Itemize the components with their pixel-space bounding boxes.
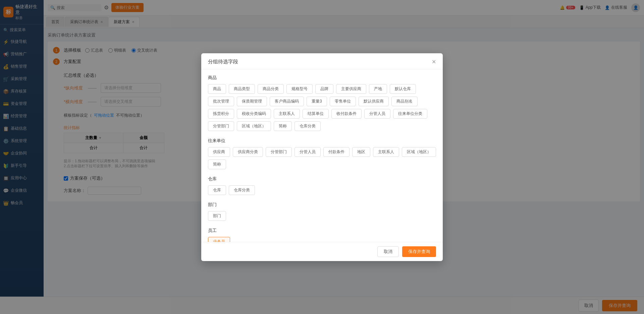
section-partner-title: 往来单位 (208, 138, 436, 144)
tag-dept-person[interactable]: 分管人员 (294, 147, 321, 157)
tag-region2[interactable]: 区域（地区） (402, 147, 436, 157)
section-department-title: 部门 (208, 202, 436, 208)
dialog-cancel-btn[interactable]: 取消 (377, 246, 399, 257)
tag-region-product[interactable]: 区域（地区） (237, 121, 271, 131)
tag-salesperson[interactable]: 业务员 (208, 237, 230, 242)
field-selection-dialog: 分组待选字段 ✕ 商品 商品 商品类型 商品分类 规格型号 品牌 主要供应商 产… (201, 53, 443, 261)
tag-spec-type[interactable]: 规格型号 (286, 84, 313, 94)
tag-main-supplier[interactable]: 主要供应商 (336, 84, 366, 94)
tag-customer-code[interactable]: 客户商品编码 (270, 97, 304, 106)
tag-weight3[interactable]: 重量3 (307, 97, 327, 106)
tag-brand[interactable]: 品牌 (315, 84, 333, 94)
tag-default-supplier[interactable]: 默认供应商 (359, 97, 389, 106)
section-employee-tags: 业务员 (208, 237, 436, 242)
tag-retail-unit[interactable]: 零售单位 (330, 97, 356, 106)
section-employee: 员工 业务员 (208, 228, 436, 242)
tag-picking-points[interactable]: 拣货积分 (208, 109, 234, 119)
dialog-footer: 取消 保存并查询 (201, 242, 443, 261)
tag-dept[interactable]: 分管部门 (266, 147, 292, 157)
tag-supplier-category[interactable]: 供应商分类 (233, 147, 263, 157)
tag-short-name2[interactable]: 简称 (208, 160, 226, 169)
section-partner: 往来单位 供应商 供应商分类 分管部门 分管人员 付款条件 地区 主联系人 区域… (208, 138, 436, 169)
section-employee-title: 员工 (208, 228, 436, 234)
tag-settlement-unit[interactable]: 结算单位 (303, 109, 329, 119)
tag-department[interactable]: 部门 (208, 211, 226, 221)
section-product-tags: 商品 商品类型 商品分类 规格型号 品牌 主要供应商 产地 默认仓库 批次管理 … (208, 84, 436, 131)
tag-origin[interactable]: 产地 (369, 84, 387, 94)
tag-manager[interactable]: 分管人员 (364, 109, 390, 119)
tag-region-partner[interactable]: 地区 (352, 147, 370, 157)
tag-dept-mgmt[interactable]: 分管部门 (208, 121, 234, 131)
dialog-confirm-btn[interactable]: 保存并查询 (402, 246, 436, 257)
tag-unit-category[interactable]: 往来单位分类 (393, 109, 427, 119)
dialog-body: 商品 商品 商品类型 商品分类 规格型号 品牌 主要供应商 产地 默认仓库 批次… (201, 69, 443, 242)
section-department: 部门 部门 (208, 202, 436, 221)
section-warehouse-title: 仓库 (208, 176, 436, 182)
section-warehouse-tags: 仓库 仓库分类 (208, 185, 436, 195)
dialog-header: 分组待选字段 ✕ (201, 53, 443, 69)
tag-warehouse[interactable]: 仓库 (208, 185, 226, 195)
tag-product-category[interactable]: 商品分类 (258, 84, 284, 94)
tag-main-contact2[interactable]: 主联系人 (373, 147, 399, 157)
tag-quality-mgmt[interactable]: 保质期管理 (237, 97, 267, 106)
section-product: 商品 商品 商品类型 商品分类 规格型号 品牌 主要供应商 产地 默认仓库 批次… (208, 75, 436, 131)
section-partner-tags: 供应商 供应商分类 分管部门 分管人员 付款条件 地区 主联系人 区域（地区） … (208, 147, 436, 169)
tag-default-warehouse[interactable]: 默认仓库 (390, 84, 416, 94)
tag-warehouse-category[interactable]: 仓库分类 (294, 121, 321, 131)
tag-supplier[interactable]: 供应商 (208, 147, 230, 157)
tag-main-contact[interactable]: 主联系人 (274, 109, 300, 119)
section-department-tags: 部门 (208, 211, 436, 221)
tag-product-alias[interactable]: 商品别名 (391, 97, 418, 106)
tag-payment-cond[interactable]: 付款条件 (323, 147, 350, 157)
tag-short-name[interactable]: 简称 (274, 121, 292, 131)
section-product-title: 商品 (208, 75, 436, 81)
dialog-close-btn[interactable]: ✕ (432, 59, 436, 65)
dialog-overlay: 分组待选字段 ✕ 商品 商品 商品类型 商品分类 规格型号 品牌 主要供应商 产… (0, 0, 644, 314)
dialog-title: 分组待选字段 (208, 59, 238, 65)
tag-payment-terms[interactable]: 收付款条件 (331, 109, 362, 119)
tag-product[interactable]: 商品 (208, 84, 226, 94)
tag-batch-mgmt[interactable]: 批次管理 (208, 97, 234, 106)
section-warehouse: 仓库 仓库 仓库分类 (208, 176, 436, 195)
tag-product-type[interactable]: 商品类型 (229, 84, 255, 94)
tag-tax-code[interactable]: 税收分类编码 (237, 109, 271, 119)
tag-warehouse-cat[interactable]: 仓库分类 (229, 185, 255, 195)
